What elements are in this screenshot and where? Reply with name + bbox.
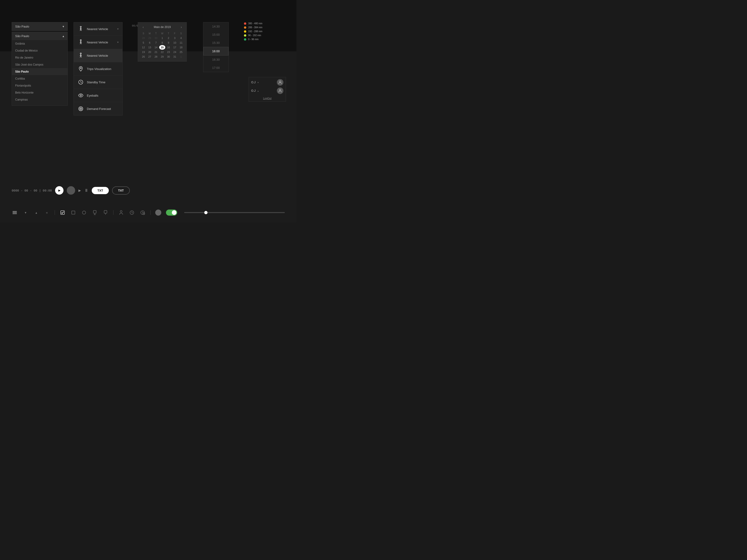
calendar-day[interactable]: 16 [165, 45, 172, 50]
calendar-day[interactable]: 29 [147, 36, 153, 41]
calendar-day[interactable]: 19 [140, 50, 147, 54]
time-scroll-item[interactable]: 16:00 [203, 47, 229, 56]
menu-item-trips-visualization[interactable]: Trips Visualization [74, 62, 122, 76]
calendar-day[interactable]: 8 [159, 41, 165, 45]
city-list-item[interactable]: Rio de Janeiro [12, 54, 68, 61]
chevron-down-user-icon[interactable]: ▾ [257, 81, 259, 84]
calendar-day[interactable]: 21 [153, 50, 159, 54]
menu-item-demand-forecast[interactable]: Demand Forecast [74, 102, 122, 115]
city-list-header[interactable]: São Paulo ▴ [12, 32, 68, 40]
calendar-day[interactable]: 17 [172, 45, 178, 50]
calendar-grid: SMTWTFS282930123456789101112131415161718… [140, 31, 184, 59]
time-scroll-item[interactable]: 14:30 [203, 22, 229, 31]
checkbox-icon[interactable] [59, 210, 66, 216]
menu-item-nearest-vehicle-3[interactable]: Nearest Vehicle [74, 49, 122, 62]
calendar-day[interactable]: 5 [140, 41, 147, 45]
clock-toolbar-icon[interactable] [129, 210, 135, 216]
chevron-down-toolbar-icon[interactable]: ▾ [22, 210, 28, 216]
menu-item-nearest-vehicle-2[interactable]: Nearest Vehicle▾ [74, 36, 122, 49]
calendar-day[interactable]: 30 [165, 54, 172, 59]
legend-label: 0 - 96 min [248, 38, 258, 41]
calendar-prev-button[interactable]: ‹ [141, 25, 145, 29]
calendar-day[interactable]: 13 [147, 45, 153, 50]
city-list-container: São Paulo ▴ GoiâniaCiudad de MéxicoRio d… [12, 32, 68, 106]
person-toolbar-icon[interactable] [118, 210, 124, 216]
green-toggle[interactable] [166, 210, 177, 216]
calendar-day[interactable]: 20 [147, 50, 153, 54]
logout-button[interactable]: LogOut [251, 96, 283, 100]
city-dropdown-top[interactable]: São Paulo ▾ [12, 22, 68, 31]
calendar-day[interactable]: 22 [159, 50, 165, 54]
chevron-up-toolbar-icon[interactable]: ▴ [33, 210, 39, 216]
calendar-day[interactable]: 29 [159, 54, 165, 59]
calendar-day[interactable]: 2 [165, 36, 172, 41]
city-list-item[interactable]: Campinas [12, 96, 68, 103]
calendar-day[interactable]: 11 [178, 41, 184, 45]
slider-range[interactable] [184, 212, 285, 213]
calendar-day[interactable]: 6 [147, 41, 153, 45]
double-left-icon[interactable]: « [44, 210, 50, 216]
circle-button[interactable] [67, 186, 75, 195]
clock-icon [77, 79, 84, 85]
menu-item-nearest-vehicle-1[interactable]: Nearest Vehicle▾ [74, 22, 122, 36]
calendar-day[interactable]: 24 [172, 50, 178, 54]
user-row-1: O.J ▾ [251, 79, 283, 86]
svg-rect-31 [61, 211, 65, 214]
calendar-day[interactable]: 1 [178, 54, 184, 59]
city-list-item[interactable]: Goiânia [12, 40, 68, 47]
calendar-day[interactable]: 28 [140, 36, 147, 41]
svg-rect-34 [93, 211, 96, 213]
svg-line-17 [81, 56, 81, 57]
city-list-item[interactable]: São José dos Campos [12, 61, 68, 68]
pin-left-icon[interactable] [92, 210, 98, 216]
city-list-item[interactable]: Belo Horizonte [12, 89, 68, 96]
calendar-day[interactable]: 27 [147, 54, 153, 59]
calendar-day[interactable]: 18 [178, 45, 184, 50]
calendar-day[interactable]: 23 [165, 50, 172, 54]
calendar-day[interactable]: 3 [172, 36, 178, 41]
txt-button-2[interactable]: TXT [112, 186, 130, 195]
txt-button-1[interactable]: TXT [92, 187, 109, 194]
menu-item-label-nearest-vehicle-2: Nearest Vehicle [87, 41, 108, 44]
chevron-up-user-icon[interactable]: ▴ [257, 89, 259, 92]
calendar-day[interactable]: 12 [140, 45, 147, 50]
menu-item-standby-time[interactable]: Standby Time [74, 76, 122, 89]
calendar-next-button[interactable]: › [179, 25, 183, 29]
calendar-day[interactable]: 28 [153, 54, 159, 59]
calendar-day[interactable]: 15 [159, 45, 165, 50]
time-scroll-item[interactable]: 17:00 [203, 64, 229, 72]
city-list-item[interactable]: Florianópolis [12, 82, 68, 89]
hamburger-menu-icon[interactable] [12, 210, 18, 216]
time-scroll-item[interactable]: 15:00 [203, 31, 229, 39]
calendar-day[interactable]: 26 [140, 54, 147, 59]
svg-line-11 [81, 43, 81, 44]
calendar-day[interactable]: 30 [153, 36, 159, 41]
city-list-header-label: São Paulo [15, 34, 29, 38]
pin-right-icon[interactable] [102, 210, 108, 216]
calendar-day[interactable]: 10 [172, 41, 178, 45]
calendar-day[interactable]: 25 [178, 50, 184, 54]
calendar-weekday: W [159, 31, 165, 36]
city-list-item[interactable]: Recife [12, 103, 68, 105]
location-clock-icon[interactable] [139, 210, 146, 216]
calendar-day[interactable]: 1 [159, 36, 165, 41]
calendar-widget: ‹ Maio de 2019 › SMTWTFS2829301234567891… [138, 22, 187, 61]
circle-toolbar-icon[interactable] [81, 210, 87, 216]
pause-button[interactable]: ⏸ [84, 188, 88, 193]
svg-point-27 [279, 89, 281, 91]
play-button-main[interactable]: ▶ [55, 186, 63, 195]
calendar-day[interactable]: 31 [172, 54, 178, 59]
city-list-item[interactable]: Curitiba [12, 75, 68, 82]
menu-item-eyeballs[interactable]: Eyeballs [74, 89, 122, 102]
time-scroll-item[interactable]: 15:30 [203, 39, 229, 47]
play-button-small[interactable]: ▶ [78, 189, 81, 192]
city-list-item[interactable]: São Paulo [12, 68, 68, 75]
time-scroll-item[interactable]: 16:30 [203, 56, 229, 64]
calendar-day[interactable]: 9 [165, 41, 172, 45]
calendar-day[interactable]: 14 [153, 45, 159, 50]
gray-circle-toggle[interactable] [155, 210, 161, 216]
calendar-day[interactable]: 4 [178, 36, 184, 41]
city-list-item[interactable]: Ciudad de México [12, 47, 68, 54]
square-icon[interactable] [70, 210, 76, 216]
calendar-day[interactable]: 7 [153, 41, 159, 45]
